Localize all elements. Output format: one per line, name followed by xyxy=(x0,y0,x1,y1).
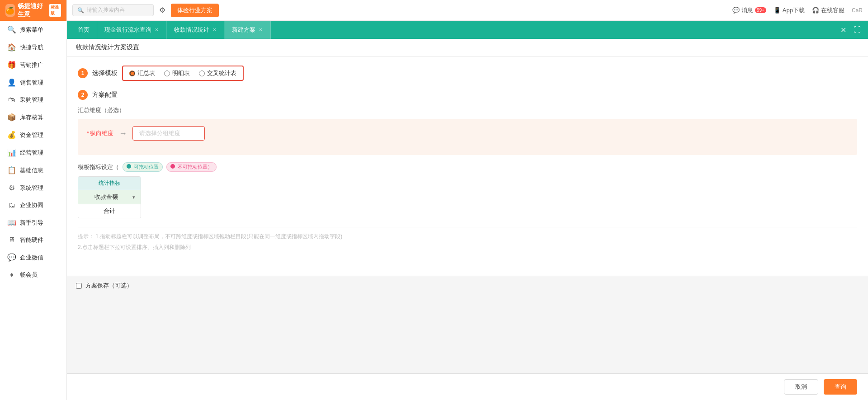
sidebar-item-basic[interactable]: 📋 基础信息 xyxy=(0,161,66,179)
tip-2: 2.点击标题栏下拉可设置排序、插入列和删除列 xyxy=(78,243,857,253)
sidebar-item-sales[interactable]: 👤 销售管理 xyxy=(0,74,66,91)
radio-detail[interactable]: 明细表 xyxy=(164,69,190,77)
dim-select[interactable]: 请选择分组维度 xyxy=(132,126,205,141)
sidebar-item-nav[interactable]: 🏠 快捷导航 xyxy=(0,38,66,56)
cancel-button[interactable]: 取消 xyxy=(784,379,818,395)
radio-cross-label: 交叉统计表 xyxy=(207,69,236,77)
folder-icon: 🗂 xyxy=(7,201,16,209)
sidebar-item-marketing[interactable]: 🎁 营销推广 xyxy=(0,56,66,74)
tab-cashflow[interactable]: 现金银行流水查询 × xyxy=(97,21,167,39)
search-icon: 🔍 xyxy=(7,25,16,34)
settings-icon: ⚙ xyxy=(7,184,16,192)
search-box[interactable]: 🔍 请输入搜索内容 xyxy=(72,4,154,16)
save-checkbox[interactable] xyxy=(76,283,82,289)
form-area: 1 选择模板 汇总表 明细表 xyxy=(67,56,868,276)
tips-text: 提示： 1.拖动标题栏可以调整布局，不可跨维度或指标区域拖动栏目段(只能在同一维… xyxy=(78,232,857,252)
sidebar-item-label: 销售管理 xyxy=(20,79,43,87)
sidebar-item-label: 营销推广 xyxy=(20,61,43,69)
radio-detail-input[interactable] xyxy=(164,71,170,76)
radio-cross[interactable]: 交叉统计表 xyxy=(199,69,236,77)
chart-icon: 📊 xyxy=(7,148,16,157)
username: CaR xyxy=(852,7,863,14)
sidebar-item-label: 资金管理 xyxy=(20,131,43,139)
sidebar-item-label: 新手引导 xyxy=(20,219,43,227)
tab-receipt[interactable]: 收款情况统计 × xyxy=(167,21,225,39)
app-download-action[interactable]: 📱 App下载 xyxy=(774,6,805,14)
logo-text: 畅捷通好生意 xyxy=(18,2,46,19)
column-dropdown-icon[interactable]: ▾ xyxy=(132,194,135,200)
stats-table: 统计指标 收款金额 ▾ 合计 xyxy=(78,176,141,218)
sidebar-item-label: 搜索菜单 xyxy=(20,26,43,34)
tab-cashflow-label: 现金银行流水查询 xyxy=(104,26,151,34)
stats-column-header: 收款金额 xyxy=(84,193,129,201)
dim-row: 纵向维度 → 请选择分组维度 xyxy=(87,126,848,141)
draggable-dot xyxy=(127,164,131,169)
query-button[interactable]: 查询 xyxy=(824,379,857,395)
online-service-label: 在线客服 xyxy=(821,6,844,14)
sidebar-item-hardware[interactable]: 🖥 智能硬件 xyxy=(0,231,66,249)
template-radio-group: 汇总表 明细表 交叉统计表 xyxy=(129,69,236,77)
radio-summary-input[interactable] xyxy=(129,71,135,76)
stats-column-row[interactable]: 收款金额 ▾ xyxy=(78,190,141,204)
sidebar-item-label: 畅会员 xyxy=(20,271,38,279)
online-service-action[interactable]: 🎧 在线客服 xyxy=(812,6,844,14)
radio-cross-input[interactable] xyxy=(199,71,205,76)
sidebar-item-system[interactable]: ⚙ 系统管理 xyxy=(0,179,66,197)
app-download-label: App下载 xyxy=(783,6,805,14)
step1-title: 选择模板 xyxy=(92,69,118,77)
non-draggable-dot xyxy=(170,164,175,169)
sidebar-item-wechat[interactable]: 💬 企业微信 xyxy=(0,249,66,266)
tab-cashflow-close[interactable]: × xyxy=(154,26,159,34)
sidebar-item-finance[interactable]: 💰 资金管理 xyxy=(0,126,66,144)
sidebar-item-search[interactable]: 🔍 搜索菜单 xyxy=(0,21,66,38)
stats-summary-row: 合计 xyxy=(78,204,141,218)
app-icon: 📱 xyxy=(774,7,781,14)
sidebar-item-label: 采购管理 xyxy=(20,96,43,104)
content-area: 收款情况统计方案设置 1 选择模板 汇总表 xyxy=(67,39,868,373)
sidebar-item-member[interactable]: ♦ 畅会员 xyxy=(0,266,66,283)
tab-new-plan[interactable]: 新建方案 × xyxy=(225,21,271,39)
tab-home[interactable]: 首页 xyxy=(71,21,97,39)
main-area: 🔍 请输入搜索内容 ⚙ 体验行业方案 💬 消息 99+ 📱 App下载 🎧 在线… xyxy=(67,0,868,400)
sidebar-item-purchase[interactable]: 🛍 采购管理 xyxy=(0,91,66,108)
tips-area: 提示： 1.拖动标题栏可以调整布局，不可跨维度或指标区域拖动栏目段(只能在同一维… xyxy=(78,227,857,258)
topbar: 🔍 请输入搜索内容 ⚙ 体验行业方案 💬 消息 99+ 📱 App下载 🎧 在线… xyxy=(67,0,868,21)
template-select-box: 汇总表 明细表 交叉统计表 xyxy=(122,66,244,81)
step1-header: 1 选择模板 汇总表 明细表 xyxy=(78,66,857,81)
indicator-settings: 模板指标设定（ 可拖动位置 不可拖动位置） 统计指标 收 xyxy=(78,162,857,220)
tab-new-plan-close[interactable]: × xyxy=(258,26,263,34)
tab-receipt-close[interactable]: × xyxy=(212,26,217,34)
close-window-icon[interactable]: ✕ xyxy=(839,24,848,36)
sidebar-item-label: 系统管理 xyxy=(20,184,43,192)
indicator-title-text: 模板指标设定（ xyxy=(78,163,119,171)
sidebar-item-label: 企业微信 xyxy=(20,254,43,262)
wechat-icon: 💬 xyxy=(7,253,16,262)
bag-icon: 🛍 xyxy=(7,96,16,104)
home-icon: 🏠 xyxy=(7,43,16,52)
tabbar: 首页 现金银行流水查询 × 收款情况统计 × 新建方案 × ✕ ⛶ xyxy=(67,21,868,39)
action-bar: 取消 查询 xyxy=(67,373,868,400)
gear-icon[interactable]: ⚙ xyxy=(159,6,165,14)
message-action[interactable]: 💬 消息 99+ xyxy=(732,6,766,14)
topbar-actions: 💬 消息 99+ 📱 App下载 🎧 在线客服 CaR xyxy=(732,6,863,14)
tip-1: 提示： 1.拖动标题栏可以调整布局，不可跨维度或指标区域拖动栏目段(只能在同一维… xyxy=(78,232,857,242)
vertical-dim-label: 纵向维度 xyxy=(87,129,113,137)
gift-icon: 🎁 xyxy=(7,61,16,69)
footer: 方案保存（可选） xyxy=(67,276,868,295)
step2-header: 2 方案配置 xyxy=(78,90,857,100)
maximize-icon[interactable]: ⛶ xyxy=(852,24,863,36)
sidebar-item-collab[interactable]: 🗂 企业协同 xyxy=(0,197,66,214)
sidebar: 🍊 畅捷通好生意 标准版 🔍 搜索菜单 🏠 快捷导航 🎁 营销推广 👤 销售管理… xyxy=(0,0,67,400)
step1-number: 1 xyxy=(78,68,88,78)
sidebar-item-guide[interactable]: 📖 新手引导 xyxy=(0,214,66,231)
industry-btn[interactable]: 体验行业方案 xyxy=(171,4,219,17)
sidebar-item-label: 企业协同 xyxy=(20,201,43,209)
dimension-title: 汇总维度（必选） xyxy=(78,107,125,113)
sidebar-item-operations[interactable]: 📊 经营管理 xyxy=(0,144,66,161)
sidebar-item-inventory[interactable]: 📦 库存核算 xyxy=(0,108,66,126)
non-draggable-label: 不可拖动位置） xyxy=(178,164,212,169)
draggable-label: 可拖动位置 xyxy=(134,164,159,169)
radio-summary[interactable]: 汇总表 xyxy=(129,69,155,77)
non-draggable-badge: 不可拖动位置） xyxy=(166,162,217,172)
step2-section: 2 方案配置 汇总维度（必选） 纵向维度 → 请选择分组维度 xyxy=(78,90,857,258)
